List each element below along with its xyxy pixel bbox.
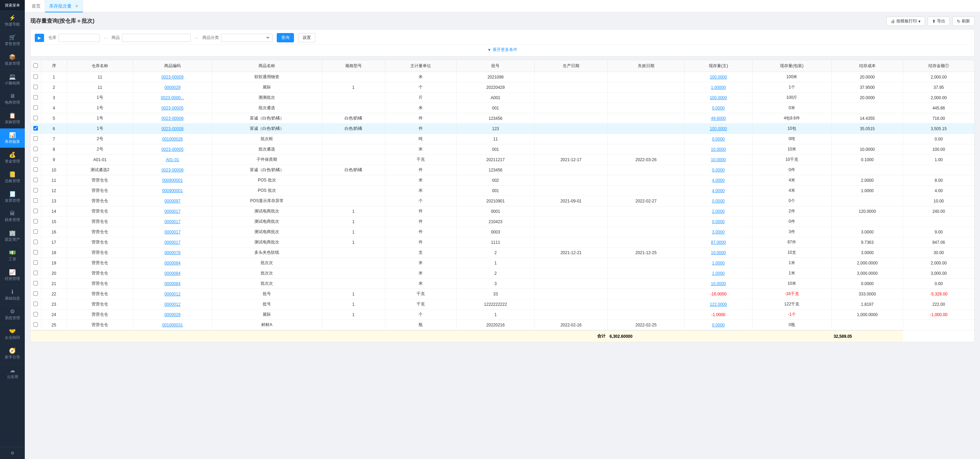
row-code[interactable]: 0023-00008: [133, 113, 212, 124]
row-checkbox-cell[interactable]: [31, 186, 41, 196]
row-code[interactable]: 0023-00008: [133, 165, 212, 175]
row-checkbox-cell[interactable]: [31, 206, 41, 217]
search-icon-btn[interactable]: ▶: [35, 34, 44, 42]
row-checkbox[interactable]: [33, 157, 38, 161]
row-qty1[interactable]: 1.00000: [685, 82, 752, 92]
row-checkbox-cell[interactable]: [31, 196, 41, 206]
sidebar-item-系统管理[interactable]: ⚙ 系统管理: [0, 305, 25, 324]
row-code[interactable]: 000900001: [133, 175, 212, 186]
row-qty1[interactable]: 0.0000: [685, 165, 752, 175]
row-qty1[interactable]: 10.0000: [685, 247, 752, 258]
row-checkbox-cell[interactable]: [31, 155, 41, 165]
row-checkbox[interactable]: [33, 209, 38, 213]
row-checkbox[interactable]: [33, 167, 38, 172]
row-checkbox[interactable]: [33, 230, 38, 234]
row-code[interactable]: A01-01: [133, 155, 212, 165]
row-checkbox[interactable]: [33, 198, 38, 203]
sidebar-item-资金管理[interactable]: 💰 资金管理: [0, 148, 25, 168]
sidebar-item-基础信息[interactable]: ℹ 基础信息: [0, 285, 25, 305]
row-checkbox-cell[interactable]: [31, 227, 41, 237]
row-qty1[interactable]: 10.0000: [685, 144, 752, 155]
row-code[interactable]: 001000026: [133, 134, 212, 144]
row-code[interactable]: 0023-00008: [133, 124, 212, 134]
row-qty1[interactable]: 10.0000: [685, 279, 752, 289]
row-checkbox[interactable]: [33, 95, 38, 99]
row-checkbox-cell[interactable]: [31, 237, 41, 247]
row-qty1[interactable]: -16.0000: [685, 289, 752, 299]
row-checkbox-cell[interactable]: [31, 144, 41, 155]
row-checkbox[interactable]: [33, 291, 38, 296]
row-code[interactable]: 0023-00009: [133, 72, 212, 82]
row-checkbox[interactable]: [33, 116, 38, 120]
row-checkbox[interactable]: [33, 219, 38, 223]
row-checkbox[interactable]: [33, 271, 38, 275]
row-code[interactable]: 000900001: [133, 186, 212, 196]
settings-button[interactable]: 设置: [298, 33, 315, 42]
row-checkbox[interactable]: [33, 147, 38, 151]
refresh-button[interactable]: ↻ 刷新: [953, 16, 975, 26]
sidebar-item-税务管理[interactable]: 🏛 税务管理: [0, 207, 25, 226]
row-code[interactable]: 0000017: [133, 217, 212, 227]
row-code[interactable]: 0000017: [133, 206, 212, 217]
row-checkbox[interactable]: [33, 250, 38, 255]
row-qty1[interactable]: 0.0000: [685, 134, 752, 144]
row-checkbox[interactable]: [33, 260, 38, 265]
row-checkbox-cell[interactable]: [31, 309, 41, 320]
row-code[interactable]: 0000012: [133, 289, 212, 299]
row-qty1[interactable]: 87.0000: [685, 237, 752, 247]
row-code[interactable]: 0000012: [133, 299, 212, 309]
sidebar-item-总账管理[interactable]: 📒 总账管理: [0, 168, 25, 187]
row-code[interactable]: 0023-00005: [133, 103, 212, 113]
row-qty1[interactable]: 2.0000: [685, 206, 752, 217]
row-code[interactable]: 0000029: [133, 82, 212, 92]
sidebar-item-电商管理[interactable]: 🖥 电商管理: [0, 89, 25, 109]
tab-close-button[interactable]: ✕: [75, 4, 78, 9]
row-checkbox-cell[interactable]: [31, 175, 41, 186]
row-checkbox-cell[interactable]: [31, 247, 41, 258]
row-checkbox-cell[interactable]: [31, 134, 41, 144]
row-qty1[interactable]: 0.0000: [685, 196, 752, 206]
row-checkbox-cell[interactable]: [31, 124, 41, 134]
row-checkbox[interactable]: [33, 105, 38, 110]
row-qty1[interactable]: 0.0000: [685, 103, 752, 113]
sidebar-item-新手引导[interactable]: 🧭 新手引导: [0, 344, 25, 363]
row-checkbox-cell[interactable]: [31, 113, 41, 124]
select-all-checkbox[interactable]: [33, 63, 38, 68]
sidebar-item-云应用[interactable]: ☁ 云应用: [0, 363, 25, 383]
row-qty1[interactable]: 4.0000: [685, 186, 752, 196]
row-code[interactable]: 0023-00005: [133, 144, 212, 155]
row-qty1[interactable]: 1.0000: [685, 258, 752, 268]
row-qty1[interactable]: 122.0000: [685, 299, 752, 309]
export-button[interactable]: ⬆ 导出: [928, 16, 950, 26]
row-qty1[interactable]: 49.6000: [685, 113, 752, 124]
print-button[interactable]: 🖨 按模板打印 ▾: [886, 16, 925, 26]
sidebar-item-小脑电商[interactable]: 💻 小脑电商: [0, 70, 25, 89]
row-checkbox[interactable]: [33, 240, 38, 244]
row-checkbox-cell[interactable]: [31, 72, 41, 82]
row-code[interactable]: 0000084: [133, 279, 212, 289]
row-checkbox-cell[interactable]: [31, 279, 41, 289]
row-checkbox[interactable]: [33, 312, 38, 316]
sidebar-settings[interactable]: ⚙: [0, 447, 25, 459]
row-code[interactable]: 001000031: [133, 320, 212, 331]
row-qty1[interactable]: 1.0000: [685, 268, 752, 279]
row-qty1[interactable]: -1.0000: [685, 309, 752, 320]
row-qty1[interactable]: 3.0000: [685, 227, 752, 237]
row-qty1[interactable]: 0.0000: [685, 320, 752, 331]
row-checkbox-cell[interactable]: [31, 289, 41, 299]
product-input[interactable]: [122, 34, 191, 42]
row-qty1[interactable]: 100.0000: [685, 124, 752, 134]
sidebar-item-快捷导航[interactable]: ⚡ 快捷导航: [0, 11, 25, 31]
row-checkbox[interactable]: [33, 85, 38, 89]
row-code[interactable]: 0000097: [133, 196, 212, 206]
sidebar-logo[interactable]: 搜索菜单: [0, 0, 25, 11]
row-checkbox-cell[interactable]: [31, 258, 41, 268]
row-code[interactable]: 0023-0000...: [133, 92, 212, 103]
row-checkbox[interactable]: [33, 322, 38, 327]
category-select[interactable]: [221, 34, 273, 42]
sidebar-item-工资[interactable]: 💵 工资: [0, 246, 25, 266]
row-qty1[interactable]: 100.0000: [685, 92, 752, 103]
row-checkbox[interactable]: [33, 281, 38, 285]
sidebar-item-批发管理[interactable]: 📦 批发管理: [0, 50, 25, 70]
row-qty1[interactable]: 0.0000: [685, 217, 752, 227]
